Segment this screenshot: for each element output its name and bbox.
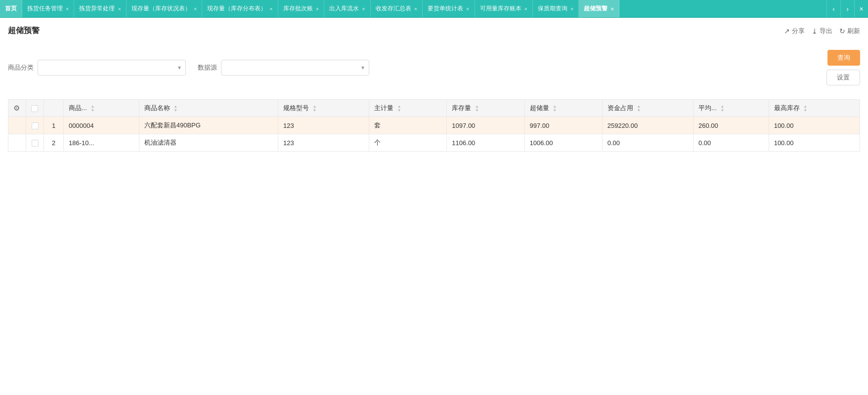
th-num [44,100,64,117]
th-avg-label: 平均... [698,104,717,112]
cell-capital: 259220.00 [602,117,693,134]
tab-label: 保质期查询 [538,4,567,13]
share-label: 分享 [792,27,805,36]
row-checkbox[interactable] [32,140,39,147]
query-button[interactable]: 查询 [827,50,860,66]
cell-checkbox[interactable] [26,134,44,152]
nav-tab-quality[interactable]: 保质期查询 × [533,0,579,18]
cell-checkbox[interactable] [26,117,44,134]
th-spec-label: 规格型号 [283,104,309,112]
datasource-input[interactable]: 可用量 [221,60,369,76]
cell-avg: 260.00 [693,117,769,134]
sort-icons: ▲▼ [637,105,641,113]
th-unit-label: 主计量 [374,104,393,112]
share-icon: ↗ [784,27,790,35]
filter-buttons: 查询 设置 [826,50,860,85]
tab-label: 出入库流水 [329,4,359,13]
nav-tab-task-mgmt[interactable]: 拣货任务管理 × [22,0,74,18]
nav-next-button[interactable]: › [840,0,854,18]
select-all-checkbox[interactable] [31,105,38,112]
th-settings[interactable]: ⚙ [8,100,26,117]
th-overstock-label: 超储量 [530,104,549,112]
th-overstock[interactable]: 超储量 ▲▼ [524,100,602,117]
category-filter: 商品分类 ▾ [8,60,186,76]
nav-tab-batch[interactable]: 库存批次账 × [278,0,324,18]
datasource-filter: 数据源 可用量 ▾ [198,60,369,76]
close-icon[interactable]: × [316,6,319,12]
nav-tab-stock-dist[interactable]: 现存量（库存分布表） × [202,0,278,18]
th-checkbox[interactable] [26,100,44,117]
close-icon[interactable]: × [524,6,527,12]
nav-tab-home[interactable]: 首页 [0,0,22,18]
cell-settings [8,117,26,134]
close-icon[interactable]: × [118,6,121,12]
category-label: 商品分类 [8,63,34,72]
nav-prev-button[interactable]: ‹ [826,0,840,18]
sort-icons: ▲▼ [90,105,94,113]
nav-tab-inout-flow[interactable]: 出入库流水 × [324,0,370,18]
th-product-code-label: 商品... [69,104,87,112]
th-product-code[interactable]: 商品... ▲▼ [64,100,139,117]
share-button[interactable]: ↗ 分享 [784,27,805,36]
close-icon[interactable]: × [466,6,469,12]
category-select-wrapper: ▾ [38,60,186,76]
cell-unit: 个 [369,134,447,152]
refresh-label: 刷新 [847,27,860,36]
th-capital[interactable]: 资金占用 ▲▼ [602,100,693,117]
cell-product-code: 186-10... [64,134,139,152]
nav-tab-overstock[interactable]: 超储预警 × [579,0,619,18]
refresh-button[interactable]: ↻ 刷新 [839,27,860,36]
page-header: 超储预警 ↗ 分享 ⤓ 导出 ↻ 刷新 [8,26,860,36]
nav-tab-abnormal[interactable]: 拣货异常处理 × [74,0,126,18]
th-stock[interactable]: 库存量 ▲▼ [447,100,524,117]
close-icon[interactable]: × [610,6,613,12]
table-header-row: ⚙ 商品... ▲▼ 商品名称 ▲▼ 规格型号 ▲▼ [8,100,860,117]
close-icon[interactable]: × [362,6,365,12]
nav-tab-available[interactable]: 可用量库存账本 × [475,0,533,18]
refresh-icon: ↻ [839,27,845,35]
close-icon[interactable]: × [269,6,272,12]
th-avg[interactable]: 平均... ▲▼ [693,100,769,117]
th-max-stock-label: 最高库存 [774,104,800,112]
close-icon[interactable]: × [66,6,69,12]
cell-product-code: 0000004 [64,117,139,134]
close-icon[interactable]: × [570,6,573,12]
th-capital-label: 资金占用 [608,104,633,112]
th-unit[interactable]: 主计量 ▲▼ [369,100,447,117]
gear-icon[interactable]: ⚙ [13,104,20,112]
sort-icons: ▲▼ [720,105,724,113]
nav-close-button[interactable]: × [854,0,868,18]
th-spec[interactable]: 规格型号 ▲▼ [278,100,369,117]
cell-max-stock: 100.00 [769,117,860,134]
nav-tab-collect[interactable]: 收发存汇总表 × [371,0,423,18]
close-icon[interactable]: × [414,6,417,12]
th-product-name[interactable]: 商品名称 ▲▼ [139,100,278,117]
cell-overstock: 1006.00 [524,134,602,152]
settings-button[interactable]: 设置 [826,70,860,85]
tab-label: 拣货任务管理 [27,4,63,13]
page-container: 超储预警 ↗ 分享 ⤓ 导出 ↻ 刷新 商品分类 ▾ 数据源 [0,18,868,395]
sort-icons: ▲▼ [475,105,479,113]
nav-arrows: ‹ › × [826,0,868,18]
table-header: ⚙ 商品... ▲▼ 商品名称 ▲▼ 规格型号 ▲▼ [8,100,860,117]
nav-tab-stock-status[interactable]: 现存量（库存状况表） × [127,0,202,18]
export-label: 导出 [820,27,832,36]
datasource-select-wrapper: 可用量 ▾ [221,60,369,76]
nav-tab-order-stat[interactable]: 要货单统计表 × [423,0,475,18]
row-checkbox[interactable] [32,122,39,129]
tab-label: 现存量（库存状况表） [131,4,191,13]
cell-num: 1 [44,117,64,134]
cell-stock: 1097.00 [447,117,524,134]
tab-label: 可用量库存账本 [480,4,521,13]
export-button[interactable]: ⤓ 导出 [812,27,832,36]
cell-spec: 123 [278,117,369,134]
close-icon[interactable]: × [194,6,197,12]
cell-overstock: 997.00 [524,117,602,134]
sort-icons: ▲▼ [397,105,401,113]
sort-icons: ▲▼ [553,105,557,113]
cell-product-name: 机油滤清器 [139,134,278,152]
tab-label: 拣货异常处理 [79,4,115,13]
category-input[interactable] [38,60,186,76]
th-max-stock[interactable]: 最高库存 ▲▼ [769,100,860,117]
cell-avg: 0.00 [693,134,769,152]
